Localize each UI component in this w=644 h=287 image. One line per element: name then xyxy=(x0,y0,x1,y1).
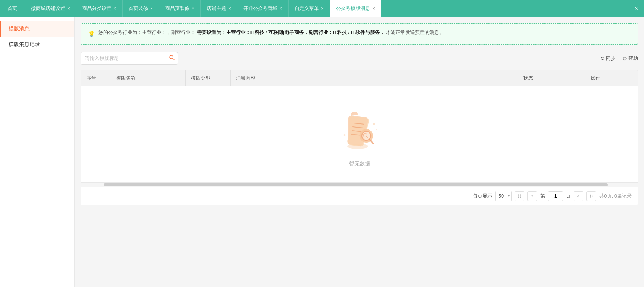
empty-text: 暂无数据 xyxy=(349,161,370,167)
sync-icon: ↻ xyxy=(600,55,605,61)
page-next-button[interactable]: ＞ xyxy=(574,191,583,201)
col-content: 消息内容 xyxy=(231,70,518,86)
sidebar: 模版消息 模版消息记录 xyxy=(0,17,75,287)
nav-tab-template-message[interactable]: 公众号模版消息 × xyxy=(330,0,381,17)
nav-tab-shop-theme[interactable]: 店铺主题 × xyxy=(201,0,237,17)
svg-point-15 xyxy=(343,134,345,136)
search-input[interactable] xyxy=(81,52,178,65)
page-last-button[interactable]: ⟩⟩ xyxy=(586,191,596,201)
nav-tab-home[interactable]: 首页 xyxy=(0,0,25,17)
page-size-value: 50 xyxy=(499,193,504,199)
close-icon-custom-menu[interactable]: × xyxy=(321,6,324,11)
close-icon-product-decoration[interactable]: × xyxy=(192,6,194,11)
close-icon-template-message[interactable]: × xyxy=(372,6,375,11)
sidebar-item-template-msg-label: 模版消息 xyxy=(9,25,30,31)
search-button[interactable] xyxy=(169,55,175,62)
notice-icon: 💡 xyxy=(88,29,95,39)
col-name: 模版名称 xyxy=(111,70,186,86)
page-label-post: 页 xyxy=(566,193,571,199)
last-page-icon: ⟩⟩ xyxy=(589,193,593,199)
svg-line-1 xyxy=(173,58,174,60)
page-label-pre: 第 xyxy=(540,193,545,199)
page-size-label: 每页显示 xyxy=(473,193,492,199)
nav-tab-shop-theme-label: 店铺主题 xyxy=(207,5,226,12)
total-info: 共0页, 0条记录 xyxy=(599,193,632,199)
nav-tab-category-settings[interactable]: 商品分类设置 × xyxy=(76,0,123,17)
sync-help-area: ↻ 同步 | ⊙ 帮助 xyxy=(600,55,638,62)
chevron-down-icon: ▾ xyxy=(508,194,510,198)
close-all-icon: × xyxy=(635,5,638,12)
svg-line-10 xyxy=(370,140,373,144)
nav-tab-custom-menu-label: 自定义菜单 xyxy=(295,5,319,12)
sync-button[interactable]: ↻ 同步 xyxy=(600,55,616,62)
page-size-select[interactable]: 50 ▾ xyxy=(495,191,512,201)
pagination: 每页显示 50 ▾ ⟨⟨ ＜ 第 页 ＞ ⟩⟩ xyxy=(81,187,638,205)
notice-suffix: 才能正常发送预置的消息。 xyxy=(386,30,444,35)
close-icon-home-decoration[interactable]: × xyxy=(150,6,153,11)
empty-state: 暂无数据 xyxy=(81,86,638,182)
svg-point-14 xyxy=(376,129,377,130)
nav-tab-category-settings-label: 商品分类设置 xyxy=(82,5,111,12)
page-number-input[interactable] xyxy=(548,191,563,201)
close-icon-shop-settings[interactable]: × xyxy=(67,6,70,11)
nav-tab-home-decoration[interactable]: 首页装修 × xyxy=(123,0,159,17)
help-icon: ⊙ xyxy=(623,55,627,61)
scrollbar-thumb[interactable] xyxy=(104,183,608,186)
empty-illustration xyxy=(337,109,382,154)
page-prev-button[interactable]: ＜ xyxy=(527,191,537,201)
content-area: 💡 您的公众号行业为：主营行业：，副营行业： 需要设置为：主营行业：IT科技 /… xyxy=(75,17,644,287)
nav-tab-home-label: 首页 xyxy=(7,5,17,12)
next-page-icon: ＞ xyxy=(576,193,581,199)
search-input-wrap xyxy=(81,52,178,65)
sidebar-item-template-msg-record-label: 模版消息记录 xyxy=(9,41,40,47)
main-layout: 模版消息 模版消息记录 💡 您的公众号行业为：主营行业：，副营行业： 需要设置为… xyxy=(0,17,644,287)
notice-box: 💡 您的公众号行业为：主营行业：，副营行业： 需要设置为：主营行业：IT科技 /… xyxy=(81,23,638,45)
close-all-button[interactable]: × xyxy=(629,5,644,12)
first-page-icon: ⟨⟨ xyxy=(518,193,521,199)
col-type: 模版类型 xyxy=(186,70,231,86)
search-bar: ↻ 同步 | ⊙ 帮助 xyxy=(81,52,638,65)
nav-tab-open-wechat-label: 开通公众号商城 xyxy=(243,5,277,12)
notice-highlight: 需要设置为：主营行业：IT科技 / 互联网|电子商务，副营行业：IT科技 / I… xyxy=(197,30,385,35)
top-nav: 首页 微商城店铺设置 × 商品分类设置 × 首页装修 × 商品页装修 × 店铺主… xyxy=(0,0,644,17)
prev-page-icon: ＜ xyxy=(530,193,534,199)
close-icon-open-wechat[interactable]: × xyxy=(280,6,282,11)
nav-tab-shop-settings-label: 微商城店铺设置 xyxy=(31,5,65,12)
close-icon-category-settings[interactable]: × xyxy=(114,6,116,11)
nav-tab-product-decoration-label: 商品页装修 xyxy=(165,5,189,12)
table-header: 序号 模版名称 模版类型 消息内容 状态 操作 xyxy=(81,70,638,86)
nav-tab-product-decoration[interactable]: 商品页装修 × xyxy=(159,0,201,17)
notice-text: 您的公众号行业为：主营行业：，副营行业： 需要设置为：主营行业：IT科技 / 互… xyxy=(98,29,444,37)
help-button[interactable]: ⊙ 帮助 xyxy=(623,55,638,62)
svg-point-13 xyxy=(373,123,375,125)
nav-tab-custom-menu[interactable]: 自定义菜单 × xyxy=(289,0,330,17)
horizontal-scrollbar[interactable] xyxy=(81,182,638,187)
help-label: 帮助 xyxy=(628,55,638,62)
sidebar-item-template-msg-record[interactable]: 模版消息记录 xyxy=(0,37,74,52)
toolbar-divider: | xyxy=(619,55,620,61)
nav-tab-home-decoration-label: 首页装修 xyxy=(129,5,148,12)
data-table: 序号 模版名称 模版类型 消息内容 状态 操作 xyxy=(81,70,638,205)
col-status: 状态 xyxy=(518,70,585,86)
sync-label: 同步 xyxy=(606,55,616,62)
notice-prefix: 您的公众号行业为：主营行业：，副营行业： xyxy=(98,30,195,35)
nav-tab-open-wechat[interactable]: 开通公众号商城 × xyxy=(237,0,289,17)
nav-tab-template-message-label: 公众号模版消息 xyxy=(336,5,370,12)
search-icon xyxy=(169,55,175,62)
col-index: 序号 xyxy=(81,70,111,86)
nav-tab-shop-settings[interactable]: 微商城店铺设置 × xyxy=(25,0,76,17)
col-action: 操作 xyxy=(585,70,638,86)
sidebar-item-template-msg[interactable]: 模版消息 xyxy=(0,21,74,37)
close-icon-shop-theme[interactable]: × xyxy=(228,6,231,11)
page-first-button[interactable]: ⟨⟨ xyxy=(515,191,524,201)
